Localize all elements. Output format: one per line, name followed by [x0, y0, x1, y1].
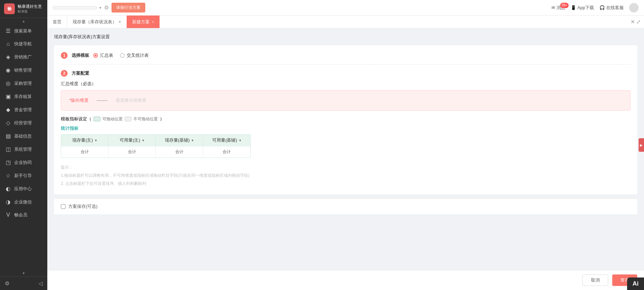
- cancel-button[interactable]: 取消: [583, 274, 608, 286]
- col-current-main-dropdown[interactable]: ▾: [95, 138, 97, 143]
- tab-inventory[interactable]: 现存量（库存状况表） ×: [67, 16, 127, 28]
- topbar-right: ✉ 消息 99+ 📱 App下载 🎧 在线客服: [551, 3, 639, 13]
- template-radio-group: 汇总表 交叉统计表: [93, 52, 149, 58]
- trial-button[interactable]: 体验行业方案: [112, 3, 145, 13]
- step1-title: 选择模板: [72, 52, 89, 58]
- tab-home[interactable]: 首页: [47, 16, 67, 28]
- sidebar-item-newbie[interactable]: ☆ 新手引导: [0, 169, 47, 182]
- sidebar-item-quicknav[interactable]: ⌂ 快捷导航: [0, 38, 47, 50]
- sidebar-item-operations[interactable]: ◇ 经营管理: [0, 116, 47, 129]
- sidebar-item-label: 营销推广: [14, 54, 32, 60]
- dimension-required-zone[interactable]: *纵向维度 —— 请选择分组维度: [61, 90, 630, 111]
- save-label: 方案保存(可选): [68, 203, 98, 210]
- sidebar-logo: 畅 畅康通好生意 标准版: [0, 0, 47, 18]
- basic-info-icon: ▤: [5, 133, 11, 139]
- dim-arrow-icon: ——: [97, 97, 107, 103]
- purchase-icon: ◎: [5, 80, 11, 87]
- tab-inventory-close[interactable]: ×: [119, 20, 121, 24]
- quicknav-icon: ⌂: [5, 41, 11, 47]
- col-available-main-dropdown[interactable]: ▾: [142, 138, 144, 143]
- sidebar-item-collab[interactable]: ◳ 企业协同: [0, 156, 47, 169]
- sidebar-item-basic-info[interactable]: ▤ 基础信息: [0, 129, 47, 143]
- stats-table: 现存量(主) ▾ 可用量(主) ▾ 现存量(基辅) ▾ 可用量(基辅) ▾: [61, 134, 251, 158]
- sidebar-item-wechat[interactable]: ◑ 企业微信: [0, 195, 47, 209]
- tab-close-icon[interactable]: ✕: [630, 19, 635, 25]
- topbar-dropdown-icon[interactable]: ▾: [99, 5, 101, 10]
- col-current-main-label: 现存量(主): [72, 137, 93, 143]
- sidebar-item-appcenter[interactable]: ◐ 应用中心: [0, 182, 47, 195]
- settings-card: 1 选择模板 汇总表 交叉统计表 2 方案配置: [54, 45, 637, 194]
- radio-summary[interactable]: 汇总表: [93, 52, 113, 58]
- radio-crosstab-label: 交叉统计表: [127, 52, 149, 58]
- sidebar: 畅 畅康通好生意 标准版 ▲ ☰ 搜索菜单 ⌂ 快捷导航 ◈ 营销推广 ◉ 销售…: [0, 0, 47, 290]
- sidebar-scroll-up[interactable]: ▲: [0, 18, 47, 24]
- tab-new-plan[interactable]: 新建方案 ×: [127, 16, 160, 28]
- save-row: 方案保存(可选): [54, 198, 637, 214]
- col-available-main-label: 可用量(主): [120, 137, 140, 143]
- sidebar-scroll-down[interactable]: ▼: [0, 270, 47, 276]
- wechat-icon: ◑: [5, 199, 11, 205]
- messages-button[interactable]: ✉ 消息 99+: [551, 5, 565, 11]
- non-draggable-legend-box: [125, 117, 131, 121]
- phone-icon: 📱: [571, 5, 576, 10]
- page-title: 现存量(库存状况表)方案设置: [54, 34, 637, 40]
- sidebar-nav: ☰ 搜索菜单 ⌂ 快捷导航 ◈ 营销推广 ◉ 销售管理 ◎ 采购管理 ▣ 库存核…: [0, 24, 47, 270]
- topbar-gear-icon[interactable]: ⚙: [104, 4, 109, 11]
- sidebar-item-inventory[interactable]: ▣ 库存核算: [0, 90, 47, 103]
- app-version: 标准版: [18, 9, 42, 14]
- step2-num: 2: [61, 70, 68, 77]
- col-current-aux[interactable]: 现存量(基辅) ▾: [156, 135, 203, 146]
- marketing-icon: ◈: [5, 54, 11, 60]
- tab-expand-icon[interactable]: ⤢: [636, 19, 641, 25]
- dimension-required-label: 汇总维度（必选）: [61, 81, 630, 87]
- online-service-button[interactable]: 🎧 在线客服: [599, 5, 624, 11]
- sidebar-item-sales[interactable]: ◉ 销售管理: [0, 64, 47, 77]
- newbie-icon: ☆: [5, 172, 11, 179]
- step1-row: 1 选择模板 汇总表 交叉统计表: [61, 52, 630, 59]
- headset-icon: 🎧: [599, 5, 605, 10]
- volume-icon[interactable]: ◁: [39, 280, 43, 287]
- save-checkbox[interactable]: [61, 204, 66, 209]
- sidebar-item-finance[interactable]: ◆ 资金管理: [0, 103, 47, 116]
- legend-draggable: 可拖动位置: [94, 116, 123, 122]
- sidebar-item-label: 销售管理: [14, 67, 32, 73]
- topbar-left: ▾ ⚙ 体验行业方案: [53, 3, 548, 13]
- tab-new-plan-label: 新建方案: [132, 19, 150, 25]
- app-download-label: App下载: [577, 5, 594, 11]
- inventory-icon: ▣: [5, 93, 11, 100]
- col-available-aux[interactable]: 可用量(基辅) ▾: [203, 135, 250, 146]
- tip1: 1.拖动标题栏可以调整布局，不可跨维度或指标区域拖动栏目字段(只能在同一维度或指…: [61, 171, 630, 179]
- sidebar-item-label: 基础信息: [14, 133, 32, 139]
- sidebar-item-marketing[interactable]: ◈ 营销推广: [0, 50, 47, 64]
- right-panel-toggle[interactable]: ▶: [639, 138, 644, 152]
- sidebar-item-member[interactable]: V 畅会员: [0, 209, 47, 221]
- sidebar-item-label: 采购管理: [14, 80, 32, 87]
- col-available-main[interactable]: 可用量(主) ▾: [108, 135, 156, 146]
- sidebar-item-label: 新手引导: [14, 173, 32, 179]
- sidebar-item-label: 库存核算: [14, 94, 32, 100]
- sidebar-logo-icon: 畅: [4, 3, 15, 14]
- sidebar-item-label: 企业微信: [14, 199, 32, 205]
- sidebar-item-purchase[interactable]: ◎ 采购管理: [0, 77, 47, 90]
- col-available-aux-label: 可用量(基辅): [212, 137, 237, 143]
- user-avatar[interactable]: [629, 3, 639, 13]
- radio-crosstab[interactable]: 交叉统计表: [120, 52, 149, 58]
- tab-home-label: 首页: [53, 19, 61, 25]
- ai-bubble[interactable]: Ai: [627, 277, 644, 290]
- sidebar-item-search[interactable]: ☰ 搜索菜单: [0, 24, 47, 38]
- col-available-aux-dropdown[interactable]: ▾: [239, 138, 241, 143]
- metrics-label-text: 模板指标设定（: [61, 116, 92, 122]
- settings-icon[interactable]: ⚙: [5, 280, 9, 287]
- stats-table-row: 合计 合计 合计 合计: [61, 146, 250, 158]
- tips-title: 提示：: [61, 163, 630, 171]
- sidebar-item-system[interactable]: ◫ 系统管理: [0, 143, 47, 156]
- col-current-aux-dropdown[interactable]: ▾: [192, 138, 194, 143]
- radio-summary-dot: [93, 53, 98, 58]
- cell-0-0: 合计: [61, 146, 108, 158]
- metrics-label-row: 模板指标设定（ 可拖动位置 不可拖动位置 ）: [61, 116, 630, 122]
- tab-icons-right: ✕ ⤢: [630, 19, 644, 25]
- col-current-main[interactable]: 现存量(主) ▾: [61, 135, 108, 146]
- stats-table-header: 现存量(主) ▾ 可用量(主) ▾ 现存量(基辅) ▾ 可用量(基辅) ▾: [61, 135, 250, 146]
- tab-new-plan-close[interactable]: ×: [152, 20, 154, 24]
- app-download-button[interactable]: 📱 App下载: [571, 5, 594, 11]
